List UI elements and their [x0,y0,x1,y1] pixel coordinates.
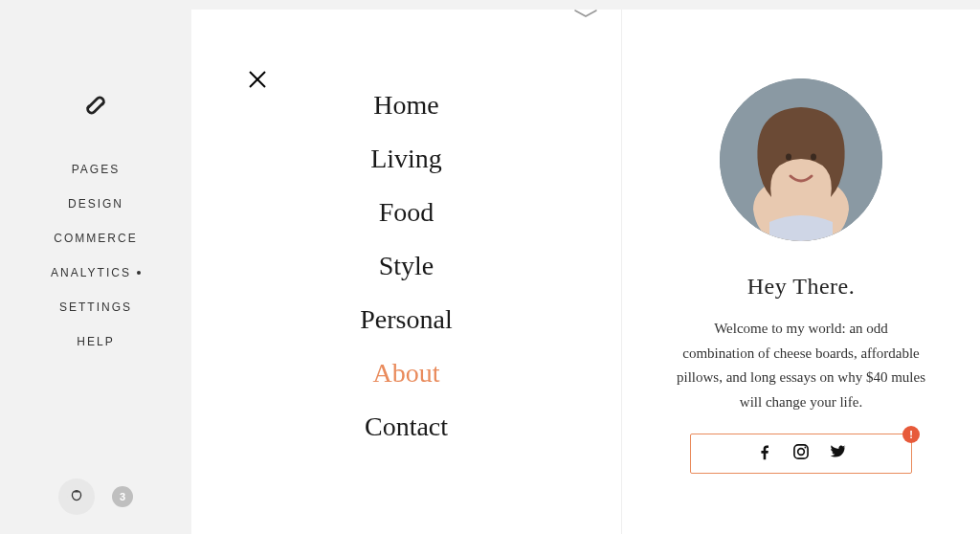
svg-point-5 [786,154,791,161]
close-icon[interactable] [247,69,268,94]
badge-count: 3 [120,491,125,502]
notification-dot-icon [137,271,141,275]
nav-label: ANALYTICS [51,266,131,279]
nav-commerce[interactable]: COMMERCE [54,232,137,245]
nav-label: PAGES [72,163,120,176]
bio-text: Welcome to my world: an odd combination … [677,317,925,414]
bio-title: Hey There. [747,274,856,300]
user-avatar-button[interactable] [58,478,95,515]
menu-item-about[interactable]: About [373,358,440,389]
svg-point-8 [798,449,805,456]
nav-label: DESIGN [68,197,123,211]
sidebar-bottom: 3 [0,478,191,515]
menu-item-contact[interactable]: Contact [365,412,448,442]
svg-point-6 [811,154,816,161]
twitter-icon[interactable] [828,442,847,465]
nav-label: SETTINGS [59,300,132,314]
bio-panel: Hey There. Welcome to my world: an odd c… [622,10,980,534]
app-root: PAGES DESIGN COMMERCE ANALYTICS SETTINGS… [0,0,980,534]
nav-design[interactable]: DESIGN [68,197,123,211]
author-headshot [720,78,882,241]
nav-help[interactable]: HELP [77,335,114,348]
overlay-menu: Home Living Food Style Personal About Co… [191,10,622,534]
menu-item-living[interactable]: Living [370,144,442,174]
admin-sidebar: PAGES DESIGN COMMERCE ANALYTICS SETTINGS… [0,0,191,534]
admin-nav: PAGES DESIGN COMMERCE ANALYTICS SETTINGS… [51,163,141,348]
svg-point-0 [67,487,86,506]
squarespace-logo-icon[interactable] [81,91,110,120]
alert-text: ! [909,429,913,440]
menu-list: Home Living Food Style Personal About Co… [191,90,621,442]
notifications-badge[interactable]: 3 [112,486,133,507]
menu-item-personal[interactable]: Personal [360,304,452,335]
nav-label: HELP [77,335,114,348]
menu-item-style[interactable]: Style [379,251,434,281]
site-preview: Home Living Food Style Personal About Co… [191,10,980,534]
svg-point-9 [804,447,806,449]
facebook-icon[interactable] [755,442,774,465]
nav-label: COMMERCE [54,232,137,245]
menu-item-food[interactable]: Food [379,197,434,228]
nav-settings[interactable]: SETTINGS [59,300,132,314]
social-links-block[interactable]: ! [690,434,912,474]
nav-pages[interactable]: PAGES [72,163,120,176]
nav-analytics[interactable]: ANALYTICS [51,266,141,279]
menu-item-home[interactable]: Home [373,90,438,121]
alert-badge-icon: ! [902,426,920,443]
instagram-icon[interactable] [791,442,811,465]
